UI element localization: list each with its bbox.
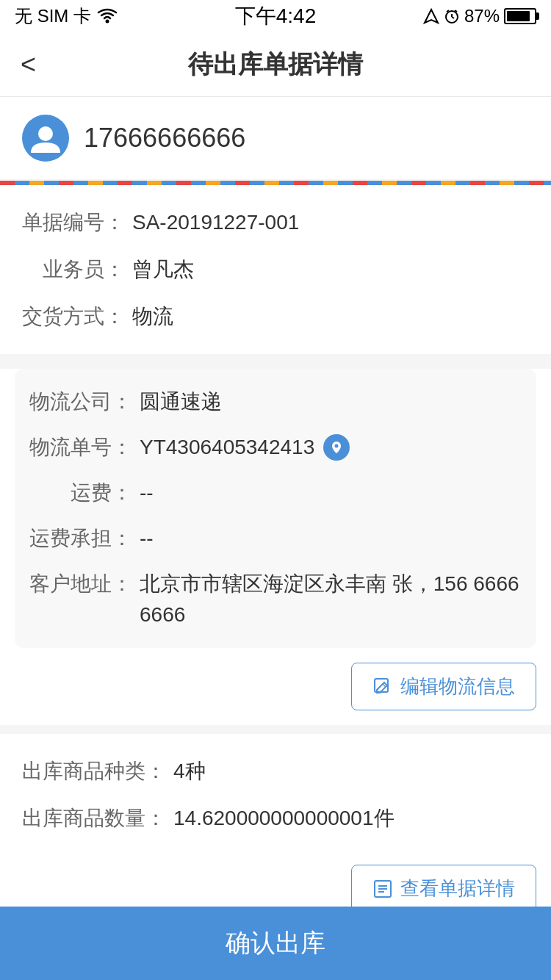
delivery-method-value: 物流 <box>132 301 529 332</box>
svg-point-0 <box>106 20 109 24</box>
status-time: 下午4:42 <box>235 2 317 30</box>
tracking-number-row: 物流单号： YT43064053424​13 <box>29 432 522 463</box>
address-value: 北京市市辖区海淀区永丰南 张，156 6666 6666 <box>140 569 522 630</box>
sales-person-value: 曾凡杰 <box>132 254 529 285</box>
logistics-company-row: 物流公司： 圆通速递 <box>29 386 522 417</box>
battery-icon <box>504 8 536 24</box>
page-title: 待出库单据详情 <box>188 48 363 82</box>
location-icon[interactable] <box>323 434 350 461</box>
freight-label: 运费： <box>29 478 132 508</box>
avatar <box>22 115 69 162</box>
freight-row: 运费： -- <box>29 478 522 508</box>
tracking-number-text: YT43064053424​13 <box>140 432 314 463</box>
logistics-company-label: 物流公司： <box>29 386 132 417</box>
freight-value: -- <box>140 478 522 508</box>
svg-line-4 <box>452 17 454 18</box>
confirm-button[interactable]: 确认出库 <box>0 907 551 980</box>
svg-marker-1 <box>425 10 438 23</box>
delivery-method-label: 交货方式： <box>22 301 125 332</box>
goods-section: 出库商品种类： 4种 出库商品数量： 14.620000000000001件 查… <box>0 734 551 927</box>
status-bar: 无 SIM 卡 下午4:42 87% <box>0 0 551 32</box>
goods-type-row: 出库商品种类： 4种 <box>22 756 529 787</box>
customer-header: 17666666666 <box>0 97 551 179</box>
goods-info: 出库商品种类： 4种 出库商品数量： 14.620000000000001件 <box>0 734 551 856</box>
freight-bearer-label: 运费承担： <box>29 523 132 554</box>
svg-point-8 <box>335 444 339 448</box>
list-icon <box>372 879 393 899</box>
customer-phone: 17666666666 <box>84 123 245 154</box>
nav-bar: < 待出库单据详情 <box>0 32 551 97</box>
doc-number-row: 单据编号： SA-20191227-001 <box>22 207 529 238</box>
goods-type-label: 出库商品种类： <box>22 756 166 787</box>
logistics-section: 物流公司： 圆通速递 物流单号： YT43064053424​13 运费： <box>0 369 551 725</box>
tracking-number-value: YT43064053424​13 <box>140 432 522 463</box>
logistics-card: 物流公司： 圆通速递 物流单号： YT43064053424​13 运费： <box>15 369 536 648</box>
address-label: 客户地址： <box>29 569 132 599</box>
battery-percent: 87% <box>464 6 500 26</box>
edit-btn-row: 编辑物流信息 <box>0 648 551 725</box>
alarm-icon <box>444 8 460 24</box>
logistics-company-value: 圆通速递 <box>140 386 522 417</box>
sales-person-label: 业务员： <box>22 254 125 285</box>
edit-icon <box>372 677 393 697</box>
tracking-number-label: 物流单号： <box>29 432 132 463</box>
view-detail-label: 查看单据详情 <box>400 876 515 901</box>
wifi-icon <box>97 8 118 24</box>
map-pin-icon <box>329 440 344 455</box>
carrier-text: 无 SIM 卡 <box>15 4 91 28</box>
delivery-method-row: 交货方式： 物流 <box>22 301 529 332</box>
edit-logistics-label: 编辑物流信息 <box>400 674 515 699</box>
goods-quantity-value: 14.620000000000001件 <box>173 803 529 834</box>
location-status-icon <box>423 8 439 24</box>
user-avatar-icon <box>28 120 63 156</box>
content-area: 17666666666 单据编号： SA-20191227-001 业务员： 曾… <box>0 97 551 980</box>
view-detail-button[interactable]: 查看单据详情 <box>351 865 536 912</box>
doc-info-section: 单据编号： SA-20191227-001 业务员： 曾凡杰 交货方式： 物流 <box>0 185 551 354</box>
confirm-label: 确认出库 <box>226 926 325 960</box>
svg-point-7 <box>38 126 53 141</box>
doc-number-value: SA-20191227-001 <box>132 207 529 238</box>
edit-logistics-button[interactable]: 编辑物流信息 <box>351 663 536 710</box>
goods-quantity-label: 出库商品数量： <box>22 803 166 834</box>
status-left: 无 SIM 卡 <box>15 4 118 28</box>
goods-type-value: 4种 <box>173 756 529 787</box>
sales-person-row: 业务员： 曾凡杰 <box>22 254 529 285</box>
back-button[interactable]: < <box>21 49 36 80</box>
address-row: 客户地址： 北京市市辖区海淀区永丰南 张，156 6666 6666 <box>29 569 522 630</box>
doc-number-label: 单据编号： <box>22 207 125 238</box>
freight-bearer-value: -- <box>140 523 522 554</box>
freight-bearer-row: 运费承担： -- <box>29 523 522 554</box>
status-right: 87% <box>423 6 536 26</box>
goods-quantity-row: 出库商品数量： 14.620000000000001件 <box>22 803 529 834</box>
